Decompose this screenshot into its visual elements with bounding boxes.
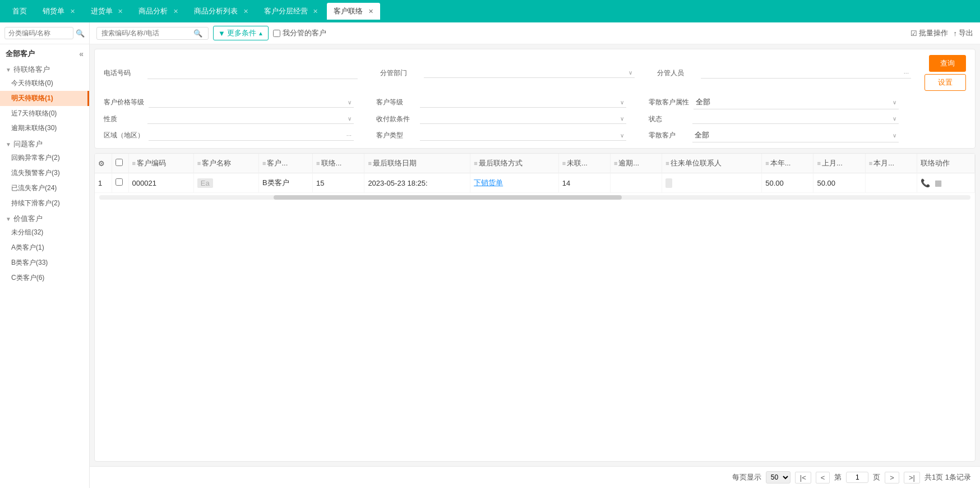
- table-row: 1 000021 Ea B类客户 15 2023-05-23 18:25: 下销…: [95, 173, 975, 193]
- sidebar-item-type-a[interactable]: A类客户(1): [0, 240, 89, 255]
- filter-row-1: 电话号码 分管部门 ∨ 分管人员 ···: [104, 55, 966, 91]
- cell-check[interactable]: [112, 173, 128, 193]
- dept-chevron-icon: ∨: [628, 70, 632, 76]
- price-level-select[interactable]: ∨: [149, 98, 354, 108]
- contact-action-icon[interactable]: 📞: [921, 178, 930, 187]
- scrollbar-thumb[interactable]: [274, 195, 622, 200]
- filter-customer-type: 客户类型 ∨: [376, 131, 626, 141]
- sidebar-item-today-pending[interactable]: 今天待联络(0): [0, 76, 89, 91]
- group-value-customers: 价值客户: [0, 210, 89, 225]
- status-select[interactable]: ∨: [692, 114, 899, 124]
- sidebar-collapse-icon[interactable]: «: [79, 49, 84, 58]
- nav-sales[interactable]: 销货单 ✕: [36, 3, 82, 20]
- filter-retail-customer: 零散客户 全部∨: [649, 128, 899, 142]
- person-select[interactable]: ···: [701, 68, 911, 79]
- page-label: 第: [834, 472, 842, 482]
- close-analysis-tab[interactable]: ✕: [173, 8, 178, 15]
- col-checkbox[interactable]: [112, 154, 128, 173]
- sidebar-search-area: 🔍: [0, 22, 89, 44]
- cell-last-contact-way[interactable]: 下销货单: [470, 173, 558, 193]
- row-checkbox[interactable]: [115, 178, 123, 186]
- toolbar-search-input[interactable]: [101, 29, 191, 37]
- sidebar-item-overdue[interactable]: 逾期未联络(30): [0, 121, 89, 136]
- last-page-button[interactable]: >|: [904, 472, 920, 484]
- nav-purchase[interactable]: 进货单 ✕: [84, 3, 130, 20]
- filter-gender: 性质 ∨: [104, 114, 354, 124]
- select-all-checkbox[interactable]: [115, 159, 123, 166]
- gender-select[interactable]: ∨: [147, 114, 354, 124]
- col-last-contact-way: ≡最后联络方式: [470, 154, 558, 173]
- nav-home[interactable]: 首页: [6, 3, 34, 20]
- cell-no-contact: 14: [558, 173, 610, 193]
- export-button[interactable]: ↑ 导出: [954, 28, 974, 38]
- sidebar-item-week-pending[interactable]: 近7天待联络(0): [0, 106, 89, 121]
- group-value-label: 价值客户: [13, 214, 43, 224]
- payment-select[interactable]: ∨: [420, 114, 626, 124]
- qrcode-action-icon[interactable]: ▦: [935, 178, 942, 187]
- col-this-month: ≡本月...: [865, 154, 917, 173]
- batch-operation-button[interactable]: ☑ 批量操作: [910, 28, 948, 38]
- filter-row-3: 性质 ∨ 收付款条件 ∨ 状态 ∨: [104, 114, 966, 124]
- sidebar-item-tomorrow-pending[interactable]: 明天待联络(1): [0, 91, 89, 106]
- phone-label: 电话号码: [104, 68, 143, 78]
- sidebar-item-ungroup[interactable]: 未分组(32): [0, 225, 89, 240]
- close-analysis-list-tab[interactable]: ✕: [243, 8, 248, 15]
- toolbar-right: ☑ 批量操作 ↑ 导出: [910, 28, 974, 38]
- retail-customer-select[interactable]: 全部∨: [692, 128, 899, 142]
- sidebar-item-churn-warning[interactable]: 流失预警客户(3): [0, 165, 89, 181]
- cell-idx: 1: [95, 173, 112, 193]
- sidebar-item-repurchase[interactable]: 回购异常客户(2): [0, 150, 89, 165]
- cell-last-contact-date: 2023-05-23 18:25:: [364, 173, 470, 193]
- price-level-label: 客户价格等级: [104, 98, 144, 107]
- all-customers-header[interactable]: 全部客户 «: [0, 44, 89, 61]
- close-sales-tab[interactable]: ✕: [70, 8, 75, 15]
- nav-customer-contact[interactable]: 客户联络 ✕: [327, 3, 380, 20]
- customer-level-select[interactable]: ∨: [420, 98, 626, 108]
- toolbar-search-icon[interactable]: 🔍: [193, 29, 202, 38]
- prev-page-button[interactable]: <: [816, 472, 830, 484]
- nav-analysis-list[interactable]: 商品分析列表 ✕: [187, 3, 255, 20]
- first-page-button[interactable]: |<: [795, 472, 811, 484]
- customer-type-select[interactable]: ∨: [420, 131, 626, 141]
- sidebar-item-declining[interactable]: 持续下滑客户(2): [0, 196, 89, 211]
- retail-attr-select[interactable]: 全部∨: [694, 95, 899, 109]
- sidebar-item-type-c[interactable]: C类客户(6): [0, 270, 89, 286]
- next-page-button[interactable]: >: [885, 472, 899, 484]
- cell-unit-contact: [662, 173, 762, 193]
- sidebar-search-icon[interactable]: 🔍: [76, 29, 85, 38]
- col-settings[interactable]: ⚙: [95, 154, 112, 173]
- sidebar-item-churned[interactable]: 已流失客户(24): [0, 181, 89, 196]
- filter-person: 分管人员 ···: [657, 68, 911, 79]
- filter-region: 区域（地区） ···: [104, 130, 354, 141]
- all-customers-label: 全部客户: [6, 49, 35, 59]
- query-button[interactable]: 查询: [929, 55, 966, 72]
- close-customer-tier-tab[interactable]: ✕: [313, 8, 318, 15]
- toolbar-search-box[interactable]: 🔍: [96, 27, 209, 40]
- close-purchase-tab[interactable]: ✕: [118, 8, 123, 15]
- phone-input[interactable]: [147, 67, 358, 79]
- col-no-contact: ≡未联...: [558, 154, 610, 173]
- nav-customer-tier[interactable]: 客户分层经营 ✕: [257, 3, 325, 20]
- my-customers-checkbox[interactable]: [273, 30, 280, 37]
- sidebar-item-type-b[interactable]: B类客户(33): [0, 255, 89, 270]
- region-select[interactable]: ···: [149, 130, 354, 141]
- col-this-year: ≡本年...: [762, 154, 813, 173]
- my-customers-checkbox-label[interactable]: 我分管的客户: [273, 28, 326, 38]
- more-filter-button[interactable]: ▼ 更多条件 ▲: [213, 26, 269, 40]
- sidebar-search-input[interactable]: [4, 27, 73, 39]
- set-button[interactable]: 设置: [924, 74, 966, 91]
- horizontal-scrollbar[interactable]: [99, 195, 970, 200]
- content-area: 🔍 ▼ 更多条件 ▲ 我分管的客户 ☑ 批量操作 ↑ 导出: [90, 22, 980, 488]
- filter-actions: 查询 设置: [920, 55, 966, 91]
- customer-type-label: 客户类型: [376, 131, 415, 140]
- batch-icon: ☑: [910, 29, 917, 38]
- dept-select[interactable]: ∨: [424, 68, 634, 78]
- nav-analysis[interactable]: 商品分析 ✕: [132, 3, 185, 20]
- filter-row-2: 客户价格等级 ∨ 客户等级 ∨ 零散客户属性 全部∨: [104, 95, 966, 109]
- col-contact-count: ≡联络...: [313, 154, 364, 173]
- last-contact-way-link[interactable]: 下销货单: [474, 178, 503, 187]
- per-page-select[interactable]: 50: [766, 471, 791, 484]
- close-customer-contact-tab[interactable]: ✕: [368, 8, 373, 15]
- page-number-input[interactable]: [846, 472, 868, 483]
- per-page-label: 每页显示: [732, 472, 761, 482]
